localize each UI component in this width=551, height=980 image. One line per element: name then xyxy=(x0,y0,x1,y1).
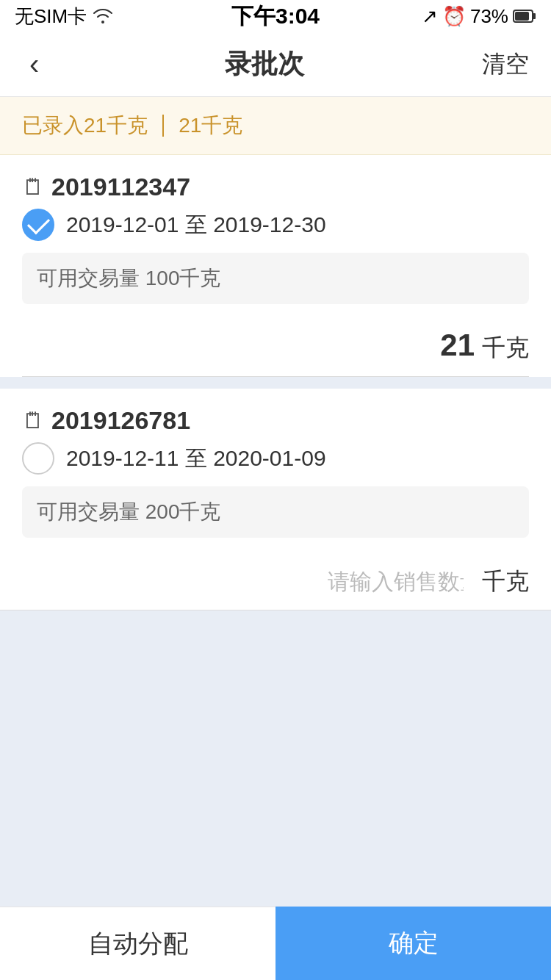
batch2-available: 可用交易量 200千克 xyxy=(22,486,529,538)
back-button[interactable]: ‹ xyxy=(22,40,46,88)
content-area: 已录入21千克 21千克 🗒 2019112347 2019-12-01 至 2… xyxy=(0,97,551,919)
auto-distribute-button[interactable]: 自动分配 xyxy=(0,907,276,980)
batch2-input-row: 千克 xyxy=(0,550,551,610)
battery-label: 73% xyxy=(470,5,508,28)
info-banner: 已录入21千克 21千克 xyxy=(0,97,551,155)
batch1-id: 2019112347 xyxy=(51,173,190,201)
nav-bar: ‹ 录批次 清空 xyxy=(0,32,551,97)
batch1-amount: 21 xyxy=(440,328,475,363)
batch2-date: 2019-12-11 至 2020-01-09 xyxy=(66,444,326,474)
batch2-header: 🗒 2019126781 xyxy=(0,389,551,442)
batch1-amount-row: 21 千克 xyxy=(0,316,551,376)
batch1-date-row[interactable]: 2019-12-01 至 2019-12-30 xyxy=(0,209,551,253)
wifi-icon xyxy=(93,9,113,24)
clear-button[interactable]: 清空 xyxy=(482,48,529,81)
batch2-unit: 千克 xyxy=(482,566,529,598)
page-title: 录批次 xyxy=(225,46,304,82)
info-divider xyxy=(162,115,164,137)
svg-rect-2 xyxy=(515,12,529,21)
battery-icon xyxy=(513,10,536,23)
quantity-input[interactable] xyxy=(328,561,475,597)
batch1-date: 2019-12-01 至 2019-12-30 xyxy=(66,210,326,240)
batch-card-1: 🗒 2019112347 2019-12-01 至 2019-12-30 可用交… xyxy=(0,155,551,377)
status-time: 下午3:04 xyxy=(231,1,320,32)
batch1-radio[interactable] xyxy=(22,209,54,241)
batch1-icon: 🗒 xyxy=(22,175,44,200)
batch2-radio[interactable] xyxy=(22,442,54,475)
status-right: ↗ ⏰ 73% xyxy=(422,5,536,28)
batch2-date-row[interactable]: 2019-12-11 至 2020-01-09 xyxy=(0,442,551,486)
gray-area xyxy=(0,610,551,919)
batch1-header: 🗒 2019112347 xyxy=(0,155,551,209)
batch-separator xyxy=(0,377,551,389)
recorded-value: 21千克 xyxy=(179,112,242,140)
status-bar: 无SIM卡 下午3:04 ↗ ⏰ 73% xyxy=(0,0,551,32)
location-icon: ↗ xyxy=(422,5,438,28)
confirm-button[interactable]: 确定 xyxy=(276,907,551,980)
carrier-label: 无SIM卡 xyxy=(15,4,87,29)
batch2-id: 2019126781 xyxy=(51,406,190,435)
batch1-available: 可用交易量 100千克 xyxy=(22,253,529,304)
alarm-icon: ⏰ xyxy=(442,5,466,28)
batch1-unit: 千克 xyxy=(482,332,529,364)
status-left: 无SIM卡 xyxy=(15,4,113,29)
svg-rect-1 xyxy=(533,13,536,19)
recorded-label: 已录入21千克 xyxy=(22,112,148,140)
bottom-bar: 自动分配 确定 xyxy=(0,907,551,980)
batch-card-2: 🗒 2019126781 2019-12-11 至 2020-01-09 可用交… xyxy=(0,389,551,610)
batch2-icon: 🗒 xyxy=(22,408,44,433)
